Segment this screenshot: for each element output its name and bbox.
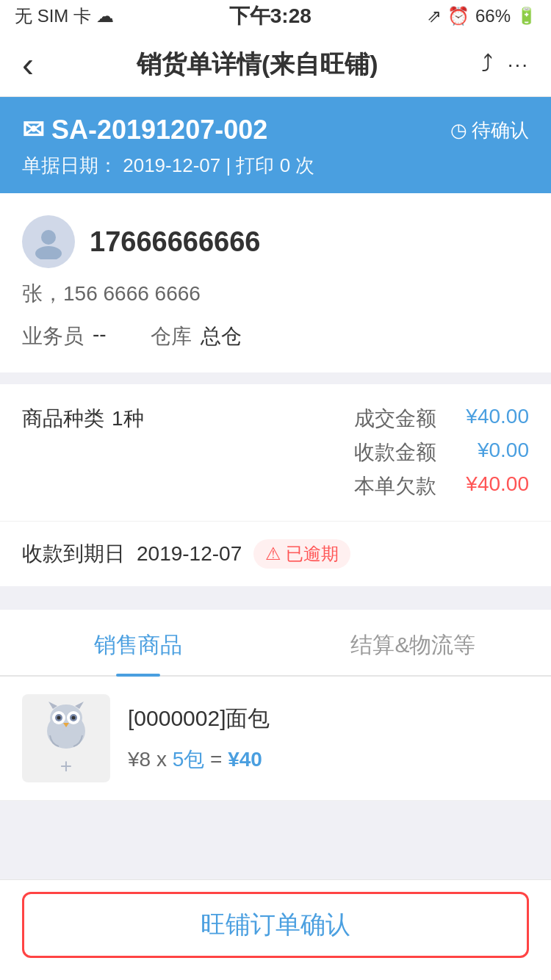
customer-name: 张，156 6666 6666: [22, 280, 529, 308]
total-text: ¥40: [228, 748, 262, 771]
customer-phone: 17666666666: [90, 226, 260, 258]
status-right: ⇗ ⏰ 66% 🔋: [427, 6, 536, 26]
warehouse-meta: 仓库 总仓: [151, 323, 242, 350]
status-left: 无 SIM 卡 ☁: [15, 4, 114, 28]
product-image: +: [22, 694, 110, 782]
svg-point-0: [41, 230, 56, 245]
summary-left: 商品种类 1种: [22, 405, 144, 433]
warning-icon: ⚠: [265, 544, 281, 564]
status-clock-icon: ◷: [450, 119, 467, 142]
transaction-label: 成交金额: [354, 405, 436, 433]
due-label: 本单欠款: [354, 472, 436, 500]
divider-1: [0, 372, 551, 384]
tab-settlement[interactable]: 结算&物流等: [276, 610, 551, 675]
due-row: 本单欠款 ¥40.00: [354, 472, 529, 500]
status-bar: 无 SIM 卡 ☁ 下午3:28 ⇗ ⏰ 66% 🔋: [0, 0, 551, 32]
tabs-section: 销售商品 结算&物流等: [0, 610, 551, 801]
separator-text: =: [204, 748, 228, 771]
customer-meta: 业务员 -- 仓库 总仓: [22, 323, 529, 350]
transaction-row: 成交金额 ¥40.00: [354, 405, 529, 433]
salesperson-label: 业务员: [22, 323, 84, 350]
tab-sales-goods[interactable]: 销售商品: [0, 610, 276, 675]
order-status: ◷ 待确认: [450, 118, 529, 143]
svg-point-1: [35, 246, 62, 259]
nav-left: ‹: [22, 44, 34, 84]
alarm-icon: ⏰: [447, 6, 469, 26]
order-icon: ✉: [22, 115, 44, 145]
due-section: 收款到期日 2019-12-07 ⚠ 已逾期: [0, 521, 551, 586]
order-date: 单据日期： 2019-12-07 | 打印 0 次: [22, 153, 529, 179]
product-name: [0000002]面包: [128, 704, 529, 734]
bottom-bar: 旺铺订单确认: [0, 879, 551, 980]
category-count: 1种: [112, 405, 144, 433]
qty-text: 5包: [173, 748, 205, 771]
more-icon[interactable]: ···: [508, 53, 529, 76]
share-icon[interactable]: ⤴: [481, 51, 493, 78]
due-amount: ¥40.00: [448, 472, 529, 500]
divider-2: [0, 586, 551, 598]
location-icon: ⇗: [427, 6, 442, 26]
product-info: [0000002]面包 ¥8 x 5包 = ¥40: [128, 704, 529, 774]
battery-text: 66%: [475, 6, 511, 26]
nav-title: 销货单详情(来自旺铺): [137, 48, 378, 82]
price-text: ¥8 x: [128, 748, 173, 771]
overdue-text: 已逾期: [286, 542, 339, 566]
transaction-amount: ¥40.00: [448, 405, 529, 433]
back-button[interactable]: ‹: [22, 44, 34, 84]
summary-section: 商品种类 1种 成交金额 ¥40.00 收款金额 ¥0.00 本单欠款 ¥40.…: [0, 384, 551, 521]
salesperson-meta: 业务员 --: [22, 323, 107, 350]
confirm-button[interactable]: 旺铺订单确认: [22, 892, 529, 958]
sim-status: 无 SIM 卡 ☁: [15, 4, 114, 28]
collected-row: 收款金额 ¥0.00: [354, 439, 529, 466]
product-list: + [0000002]面包 ¥8 x 5包 = ¥40: [0, 677, 551, 801]
order-header: ✉ SA-20191207-002 ◷ 待确认 单据日期： 2019-12-07…: [0, 97, 551, 193]
svg-point-11: [72, 716, 76, 720]
order-id-value: SA-20191207-002: [51, 115, 267, 145]
product-item: + [0000002]面包 ¥8 x 5包 = ¥40: [0, 677, 551, 801]
collected-label: 收款金额: [354, 439, 436, 466]
collected-amount: ¥0.00: [448, 439, 529, 466]
order-id: ✉ SA-20191207-002: [22, 115, 267, 145]
avatar: [22, 215, 75, 268]
svg-point-10: [57, 716, 61, 720]
due-date-label: 收款到期日: [22, 540, 125, 568]
salesperson-value: --: [93, 323, 107, 350]
battery-icon: 🔋: [516, 7, 536, 26]
logo-plus: +: [60, 754, 72, 778]
due-date-row: 收款到期日 2019-12-07 ⚠ 已逾期: [22, 539, 529, 569]
summary-right: 成交金额 ¥40.00 收款金额 ¥0.00 本单欠款 ¥40.00: [354, 405, 529, 500]
warehouse-label: 仓库: [151, 323, 192, 350]
product-price: ¥8 x 5包 = ¥40: [128, 746, 529, 774]
customer-section: 17666666666 张，156 6666 6666 业务员 -- 仓库 总仓: [0, 193, 551, 372]
due-date-value: 2019-12-07: [137, 542, 242, 566]
order-status-text: 待确认: [472, 118, 529, 143]
owl-logo: +: [37, 699, 96, 778]
category-label: 商品种类: [22, 405, 104, 433]
tabs-header: 销售商品 结算&物流等: [0, 610, 551, 677]
warehouse-value: 总仓: [201, 323, 242, 350]
nav-bar: ‹ 销货单详情(来自旺铺) ⤴ ···: [0, 32, 551, 97]
nav-right: ⤴ ···: [481, 51, 529, 78]
status-time: 下午3:28: [229, 2, 311, 30]
overdue-badge: ⚠ 已逾期: [253, 539, 350, 569]
